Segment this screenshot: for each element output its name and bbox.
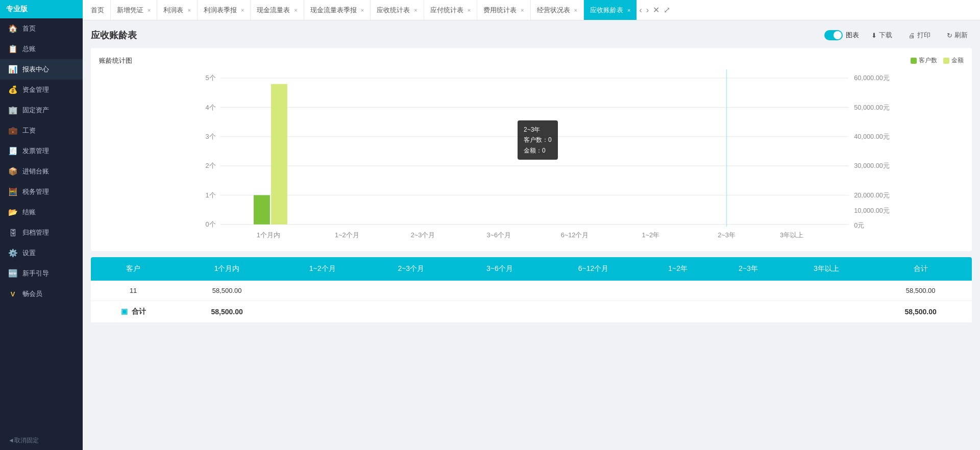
svg-text:3~6个月: 3~6个月 xyxy=(486,231,511,239)
sidebar-item-settings[interactable]: ⚙️ 设置 xyxy=(0,243,83,263)
col-header-m36: 3~6个月 xyxy=(455,257,544,281)
sidebar-item-label: 新手引导 xyxy=(22,269,49,278)
tab-ar-stats-label: 应收统计表 xyxy=(377,6,410,15)
table-header-row: 客户 1个月内 1~2个月 2~3个月 3~6个月 6~12个月 1~2年 2~… xyxy=(91,257,972,281)
total-m1: 58,500.00 xyxy=(176,301,278,323)
svg-text:2~3个月: 2~3个月 xyxy=(411,231,435,239)
chart-svg: 5个 4个 3个 2个 1个 0个 60,000.00元 50,000.00元 … xyxy=(99,69,964,243)
sidebar-item-salary[interactable]: 💼 工资 xyxy=(0,120,83,141)
total-m612 xyxy=(544,301,643,323)
chart-toggle-wrap: 图表 xyxy=(824,30,859,40)
chart-toggle[interactable] xyxy=(824,30,843,40)
sidebar-item-funds[interactable]: 💰 资金管理 xyxy=(0,80,83,100)
sidebar-item-label: 固定资产 xyxy=(22,106,49,115)
col-header-customer: 客户 xyxy=(91,257,176,281)
tab-cashflow-quarter-label: 现金流量表季报 xyxy=(310,6,357,15)
tab-home[interactable]: 首页 xyxy=(85,0,111,20)
sidebar-item-label: 设置 xyxy=(22,248,36,258)
download-button[interactable]: ⬇ 下载 xyxy=(867,29,896,42)
svg-text:10,000.00元: 10,000.00元 xyxy=(854,207,890,214)
tab-expense[interactable]: 费用统计表 × xyxy=(477,0,530,20)
col-header-m23: 2~3个月 xyxy=(366,257,455,281)
sidebar-item-invoice[interactable]: 🧾 发票管理 xyxy=(0,141,83,161)
tab-profit-quarter[interactable]: 利润表季报 × xyxy=(198,0,251,20)
svg-text:1~2年: 1~2年 xyxy=(642,231,659,239)
sidebar-item-sales[interactable]: 📦 进销台账 xyxy=(0,161,83,182)
tab-business[interactable]: 经营状况表 × xyxy=(531,0,584,20)
main-content: 首页 新增凭证 × 利润表 × 利润表季报 × 现金流量表 × 现金流量表季报 … xyxy=(83,0,980,450)
sidebar-item-label: 总账 xyxy=(22,44,36,54)
checkout-icon: 📂 xyxy=(8,208,17,217)
tab-cashflow-quarter[interactable]: 现金流量表季报 × xyxy=(304,0,371,20)
sidebar-item-home[interactable]: 🏠 首页 xyxy=(0,18,83,39)
table-total-row: ▣ 合计 58,500.00 58,500.00 xyxy=(91,301,972,323)
close-icon[interactable]: × xyxy=(521,7,524,13)
sidebar-item-label: 进销台账 xyxy=(22,167,49,176)
tab-prev-button[interactable]: ‹ xyxy=(637,0,644,20)
sidebar-item-guide[interactable]: 🆕 新手引导 xyxy=(0,263,83,284)
close-icon[interactable]: × xyxy=(187,7,190,13)
tab-expand-button[interactable]: ⤢ xyxy=(662,0,672,20)
legend-amount: 金额 xyxy=(943,56,964,65)
svg-text:30,000.00元: 30,000.00元 xyxy=(854,162,890,169)
tab-ap-stats[interactable]: 应付统计表 × xyxy=(424,0,477,20)
close-icon[interactable]: × xyxy=(468,7,471,13)
close-icon[interactable]: × xyxy=(294,7,297,13)
sidebar-item-label: 工资 xyxy=(22,126,36,135)
total-customer-cell: ▣ 合计 xyxy=(91,301,176,323)
sidebar-item-reports[interactable]: 📊 报表中心 xyxy=(0,59,83,80)
legend-amount-label: 金额 xyxy=(951,56,964,65)
sidebar-item-assets[interactable]: 🏢 固定资产 xyxy=(0,100,83,120)
sidebar-item-label: 畅会员 xyxy=(22,289,42,298)
tab-business-label: 经营状况表 xyxy=(537,6,570,15)
total-y12 xyxy=(643,301,713,323)
cell-total: 58,500.00 xyxy=(869,281,972,301)
cell-m612 xyxy=(544,281,643,301)
svg-text:1个月内: 1个月内 xyxy=(257,231,280,239)
tab-next-button[interactable]: › xyxy=(644,0,651,20)
ledger-icon: 📋 xyxy=(8,44,17,54)
col-header-m612: 6~12个月 xyxy=(544,257,643,281)
col-header-y3plus: 3年以上 xyxy=(783,257,870,281)
print-button[interactable]: 🖨 打印 xyxy=(904,29,935,42)
pin-toggle[interactable]: ◄取消固定 xyxy=(0,431,83,450)
total-y3plus xyxy=(783,301,870,323)
close-icon[interactable]: × xyxy=(574,7,577,13)
svg-text:2个: 2个 xyxy=(206,162,216,169)
tab-ap-stats-label: 应付统计表 xyxy=(430,6,463,15)
svg-text:1个: 1个 xyxy=(206,191,216,199)
tab-ar-aging[interactable]: 应收账龄表 × xyxy=(584,0,637,20)
legend-customer-label: 客户数 xyxy=(919,56,937,65)
legend-customer-dot xyxy=(911,58,917,64)
svg-text:60,000.00元: 60,000.00元 xyxy=(854,74,890,82)
sidebar-item-member[interactable]: V 畅会员 xyxy=(0,284,83,304)
cell-y23 xyxy=(713,281,783,301)
sidebar: 专业版 🏠 首页 📋 总账 📊 报表中心 💰 资金管理 🏢 固定资产 💼 工资 … xyxy=(0,0,83,450)
home-icon: 🏠 xyxy=(8,24,17,33)
cell-m1: 58,500.00 xyxy=(176,281,278,301)
app-logo: 专业版 xyxy=(0,0,83,18)
sidebar-item-archive[interactable]: 🗄 归档管理 xyxy=(0,222,83,243)
close-icon[interactable]: × xyxy=(414,7,417,13)
close-icon[interactable]: × xyxy=(148,7,151,13)
sidebar-item-ledger[interactable]: 📋 总账 xyxy=(0,39,83,59)
close-icon[interactable]: × xyxy=(627,7,630,13)
close-icon[interactable]: × xyxy=(361,7,364,13)
assets-icon: 🏢 xyxy=(8,106,17,115)
total-icon: ▣ xyxy=(121,307,128,315)
tax-icon: 🧮 xyxy=(8,187,17,196)
close-icon[interactable]: × xyxy=(241,7,244,13)
tab-bar: 首页 新增凭证 × 利润表 × 利润表季报 × 现金流量表 × 现金流量表季报 … xyxy=(83,0,980,20)
col-header-y23: 2~3年 xyxy=(713,257,783,281)
tab-voucher[interactable]: 新增凭证 × xyxy=(111,0,157,20)
chart-legend: 客户数 金额 xyxy=(911,56,964,65)
total-label: 合计 xyxy=(132,307,146,315)
cell-m36 xyxy=(455,281,544,301)
sidebar-item-tax[interactable]: 🧮 税务管理 xyxy=(0,182,83,202)
tab-cashflow[interactable]: 现金流量表 × xyxy=(251,0,304,20)
tab-profit[interactable]: 利润表 × xyxy=(157,0,197,20)
sidebar-item-checkout[interactable]: 📂 结账 xyxy=(0,202,83,222)
tab-close-button[interactable]: ✕ xyxy=(651,0,662,20)
refresh-button[interactable]: ↻ 刷新 xyxy=(943,29,972,42)
tab-ar-stats[interactable]: 应收统计表 × xyxy=(371,0,424,20)
